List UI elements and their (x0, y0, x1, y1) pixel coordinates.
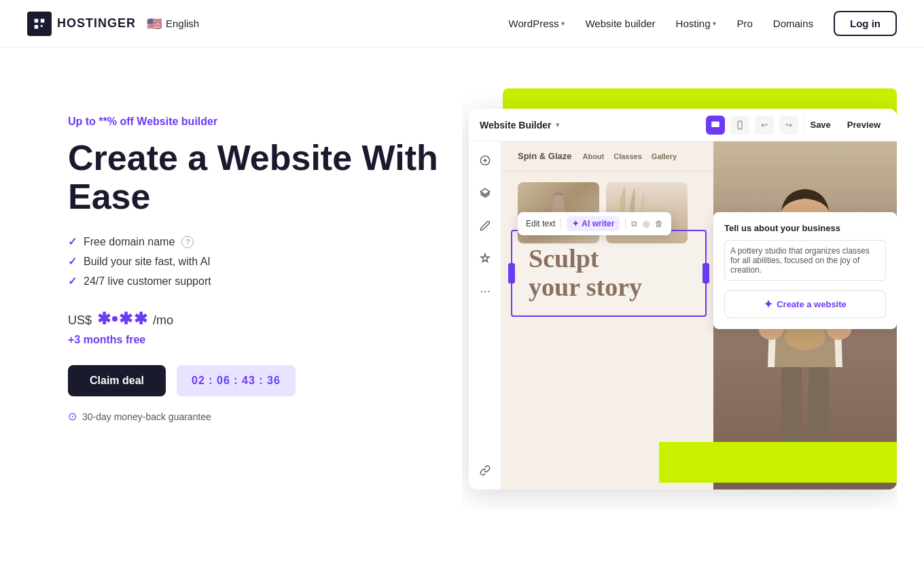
builder-chevron-icon: ▾ (556, 121, 559, 128)
feature-text-1: Free domain name (84, 236, 175, 248)
check-icon: ✓ (68, 275, 77, 288)
list-item: ✓ 24/7 live customer support (68, 275, 448, 288)
free-months-label: +3 months free (68, 334, 448, 346)
guarantee-row: ⊙ 30-day money-back guarantee (68, 410, 448, 423)
resize-handle-right[interactable] (703, 263, 709, 284)
edit-text-button[interactable]: Edit text (526, 219, 555, 228)
resize-handle-left[interactable] (508, 263, 515, 284)
offer-prefix: Up to (68, 116, 99, 127)
ai-writer-button[interactable]: ✦ AI writer (567, 216, 620, 231)
preview-nav-about: About (582, 152, 604, 160)
desktop-view-icon[interactable] (706, 116, 725, 135)
create-website-label: Create a website (777, 299, 847, 309)
mobile-view-icon[interactable] (730, 116, 749, 135)
undo-icon[interactable]: ↩ (755, 116, 774, 135)
headline-line2: Ease (68, 177, 150, 216)
preview-nav-items: About Classes Gallery (582, 152, 677, 160)
ai-writer-label: AI writer (582, 219, 614, 228)
offer-tag: Up to **% off Website builder (68, 116, 448, 128)
offer-highlight: **% (99, 116, 117, 127)
eye-icon[interactable]: ◎ (643, 219, 650, 228)
cta-row: Claim deal 02 : 06 : 43 : 36 (68, 365, 448, 396)
svg-rect-0 (712, 121, 720, 126)
toolbar-separator (561, 218, 561, 229)
price-asterisks: ✱ ✱ ✱ (97, 309, 147, 328)
nav-item-pro[interactable]: Pro (736, 18, 752, 29)
ai-panel: Tell us about your business A pottery st… (713, 212, 897, 329)
svg-rect-1 (739, 121, 743, 129)
website-preview: Spin & Glaze About Classes Gallery (501, 141, 897, 489)
flag-icon: 🇺🇸 (147, 16, 162, 31)
check-icon: ✓ (68, 255, 77, 268)
per-month-label: /mo (153, 313, 173, 328)
sparkle-icon: ✦ (572, 219, 579, 228)
check-icon: ✓ (68, 235, 77, 248)
page-title: Create a Website With Ease (68, 139, 448, 216)
ai-panel-title: Tell us about your business (724, 223, 886, 233)
lime-accent-bottom (659, 442, 897, 483)
preview-nav-gallery: Gallery (652, 152, 677, 160)
preview-site-logo: Spin & Glaze (518, 151, 571, 161)
nav-label-hosting: Hosting (676, 18, 711, 29)
builder-sidebar: ⋯ (469, 141, 501, 489)
layers-icon[interactable] (474, 182, 496, 204)
chevron-down-icon-hosting: ▾ (713, 20, 716, 27)
edit-toolbar: Edit text ✦ AI writer ⧉ ◎ 🗑 (518, 212, 671, 235)
preview-nav-classes: Classes (614, 152, 642, 160)
trash-icon[interactable]: 🗑 (655, 219, 663, 228)
list-item: ✓ Build your site fast, with AI (68, 255, 448, 268)
chevron-down-icon: ▾ (561, 20, 565, 27)
main-content: Up to **% off Website builder Create a W… (0, 48, 924, 584)
more-icon[interactable]: ⋯ (474, 280, 496, 302)
builder-content: ⋯ Spin & Glaze About Classes (469, 141, 897, 489)
offer-suffix: off Website builder (117, 116, 217, 127)
sculpt-headline-text: Sculptyour story (529, 245, 689, 302)
hero-left-panel: Up to **% off Website builder Create a W… (68, 88, 448, 423)
headline-line1: Create a Website With (68, 138, 438, 177)
claim-deal-button[interactable]: Claim deal (68, 365, 166, 396)
price-row: US$ ✱ ✱ ✱ /mo (68, 309, 448, 328)
create-sparkle-icon: ✦ (764, 298, 772, 311)
toolbar-separator2 (625, 218, 626, 229)
guarantee-text: 30-day money-back guarantee (82, 411, 211, 422)
nav-left: HOSTINGER 🇺🇸 English (27, 12, 199, 36)
builder-title-text: Website Builder (480, 120, 552, 131)
nav-item-domains[interactable]: Domains (773, 18, 813, 29)
nav-label-domains: Domains (773, 18, 813, 29)
add-element-icon[interactable] (474, 150, 496, 171)
builder-title: Website Builder ▾ (480, 120, 559, 131)
nav-item-website-builder[interactable]: Website builder (585, 18, 655, 29)
sculpt-text-box[interactable]: Sculptyour story (511, 230, 707, 317)
info-icon[interactable]: ? (181, 236, 194, 248)
pen-icon[interactable] (474, 215, 496, 237)
feature-text-2: Build your site fast, with AI (84, 256, 211, 268)
toolbar-right: ↩ ↪ Save Preview (706, 116, 886, 135)
preview-button[interactable]: Preview (842, 120, 886, 130)
builder-preview-panel: Website Builder ▾ ↩ ↪ Save Preview (462, 88, 897, 510)
nav-label-wordpress: WordPress (509, 18, 559, 29)
login-button[interactable]: Log in (834, 11, 897, 36)
ai-business-textarea[interactable]: A pottery studio that organizes classes … (724, 240, 886, 281)
nav-label-pro: Pro (736, 18, 752, 29)
price-star1: ✱ (97, 309, 111, 328)
language-selector[interactable]: 🇺🇸 English (147, 16, 199, 31)
logo[interactable]: HOSTINGER (27, 12, 136, 36)
price-star3: ✱ (134, 309, 147, 328)
nav-item-wordpress[interactable]: WordPress ▾ (509, 18, 565, 29)
shield-icon: ⊙ (68, 410, 77, 423)
nav-item-hosting[interactable]: Hosting ▾ (676, 18, 717, 29)
builder-toolbar: Website Builder ▾ ↩ ↪ Save Preview (469, 109, 897, 141)
ai-sparkle-icon[interactable] (474, 247, 496, 269)
hostinger-icon (32, 16, 47, 31)
create-website-button[interactable]: ✦ Create a website (724, 290, 886, 318)
price-star2: ✱ (119, 309, 132, 328)
feature-text-3: 24/7 live customer support (84, 275, 211, 288)
logo-text: HOSTINGER (57, 16, 136, 31)
save-button[interactable]: Save (804, 116, 836, 135)
price-dot (112, 316, 118, 322)
nav-label-website-builder: Website builder (585, 18, 655, 29)
navigation: HOSTINGER 🇺🇸 English WordPress ▾ Website… (0, 0, 924, 48)
redo-icon[interactable]: ↪ (779, 116, 798, 135)
copy-icon[interactable]: ⧉ (631, 219, 637, 228)
link-icon[interactable] (474, 460, 496, 481)
